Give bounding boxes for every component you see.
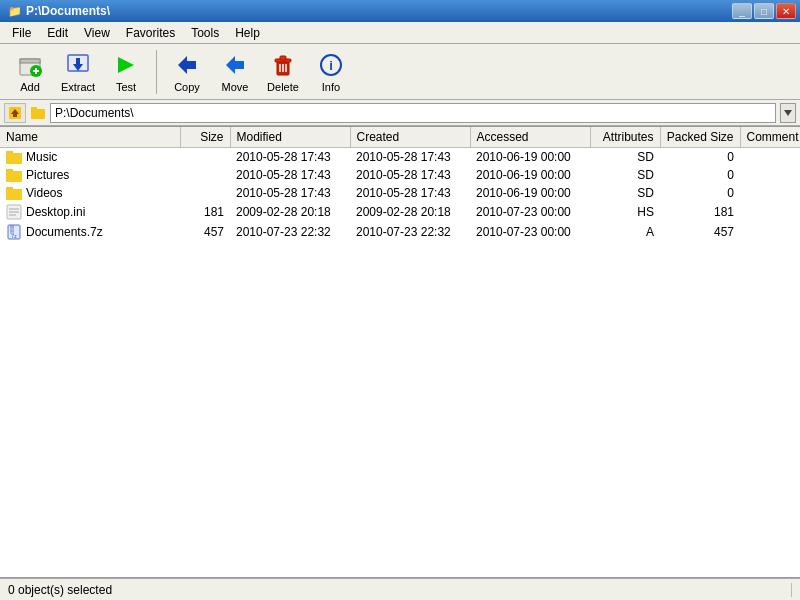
file-comment — [740, 202, 800, 222]
title-bar: 📁 P:\Documents\ _ □ ✕ — [0, 0, 800, 22]
menu-bar: File Edit View Favorites Tools Help — [0, 22, 800, 44]
add-icon — [16, 51, 44, 79]
col-header-name[interactable]: Name — [0, 127, 180, 148]
svg-rect-7 — [76, 58, 80, 68]
svg-rect-14 — [280, 56, 286, 60]
col-header-packed-size[interactable]: Packed Size — [660, 127, 740, 148]
svg-rect-22 — [31, 109, 45, 119]
maximize-button[interactable]: □ — [754, 3, 774, 19]
file-name: Documents.7z — [26, 225, 103, 239]
window-title: P:\Documents\ — [26, 4, 110, 18]
svg-marker-10 — [226, 56, 244, 74]
svg-rect-27 — [6, 153, 22, 164]
file-name: Pictures — [26, 168, 69, 182]
svg-marker-8 — [118, 57, 134, 73]
file-modified: 2010-05-28 17:43 — [230, 148, 350, 167]
extract-icon — [64, 51, 92, 79]
col-header-size[interactable]: Size — [180, 127, 230, 148]
svg-rect-41 — [10, 230, 14, 232]
file-size — [180, 184, 230, 202]
minimize-button[interactable]: _ — [732, 3, 752, 19]
address-input[interactable]: P:\Documents\ — [50, 103, 776, 123]
col-header-comment[interactable]: Comment — [740, 127, 800, 148]
address-dropdown[interactable] — [780, 103, 796, 123]
title-controls: _ □ ✕ — [732, 3, 796, 19]
toolbar: Add Extract Test Copy — [0, 44, 800, 100]
menu-favorites[interactable]: Favorites — [118, 22, 183, 43]
svg-rect-39 — [10, 225, 14, 228]
delete-label: Delete — [267, 81, 299, 93]
delete-button[interactable]: Delete — [261, 48, 305, 96]
file-created: 2009-02-28 20:18 — [350, 202, 470, 222]
menu-help[interactable]: Help — [227, 22, 268, 43]
extract-button[interactable]: Extract — [56, 48, 100, 96]
file-accessed: 2010-06-19 00:00 — [470, 166, 590, 184]
table-row[interactable]: Desktop.ini1812009-02-28 20:182009-02-28… — [0, 202, 800, 222]
move-button[interactable]: Move — [213, 48, 257, 96]
file-size: 457 — [180, 222, 230, 242]
add-label: Add — [20, 81, 40, 93]
test-icon — [112, 51, 140, 79]
file-attributes: SD — [590, 184, 660, 202]
file-attributes: SD — [590, 166, 660, 184]
table-row[interactable]: Pictures2010-05-28 17:432010-05-28 17:43… — [0, 166, 800, 184]
menu-view[interactable]: View — [76, 22, 118, 43]
menu-tools[interactable]: Tools — [183, 22, 227, 43]
status-text: 0 object(s) selected — [8, 583, 792, 597]
file-created: 2010-07-23 22:32 — [350, 222, 470, 242]
svg-text:i: i — [329, 58, 333, 73]
add-button[interactable]: Add — [8, 48, 52, 96]
main-content: Name Size Modified Created Accessed Attr… — [0, 126, 800, 578]
file-name-cell: Videos — [0, 184, 180, 202]
file-name: Music — [26, 150, 57, 164]
info-button[interactable]: i Info — [309, 48, 353, 96]
title-text: 📁 P:\Documents\ — [4, 4, 110, 18]
svg-marker-24 — [784, 110, 792, 116]
file-accessed: 2010-07-23 00:00 — [470, 222, 590, 242]
file-list: Music2010-05-28 17:432010-05-28 17:43201… — [0, 148, 800, 243]
file-accessed: 2010-06-19 00:00 — [470, 148, 590, 167]
svg-marker-9 — [178, 56, 196, 74]
menu-file[interactable]: File — [4, 22, 39, 43]
move-icon — [221, 51, 249, 79]
table-row[interactable]: Music2010-05-28 17:432010-05-28 17:43201… — [0, 148, 800, 167]
file-created: 2010-05-28 17:43 — [350, 148, 470, 167]
file-packed-size: 0 — [660, 148, 740, 167]
file-accessed: 2010-06-19 00:00 — [470, 184, 590, 202]
file-name: Videos — [26, 186, 62, 200]
file-name-cell: Music — [0, 148, 180, 167]
file-attributes: A — [590, 222, 660, 242]
copy-button[interactable]: Copy — [165, 48, 209, 96]
file-comment — [740, 222, 800, 242]
test-button[interactable]: Test — [104, 48, 148, 96]
svg-text:7z: 7z — [11, 233, 17, 239]
file-modified: 2010-05-28 17:43 — [230, 184, 350, 202]
move-label: Move — [222, 81, 249, 93]
file-accessed: 2010-07-23 00:00 — [470, 202, 590, 222]
file-size — [180, 166, 230, 184]
file-name-cell: Pictures — [0, 166, 180, 184]
col-header-accessed[interactable]: Accessed — [470, 127, 590, 148]
file-table: Name Size Modified Created Accessed Attr… — [0, 127, 800, 242]
table-row[interactable]: Videos2010-05-28 17:432010-05-28 17:4320… — [0, 184, 800, 202]
address-path-text: P:\Documents\ — [55, 106, 134, 120]
close-button[interactable]: ✕ — [776, 3, 796, 19]
svg-rect-1 — [20, 59, 40, 63]
file-name-cell: Desktop.ini — [0, 202, 180, 222]
col-header-modified[interactable]: Modified — [230, 127, 350, 148]
file-size — [180, 148, 230, 167]
up-button[interactable] — [4, 103, 26, 123]
table-row[interactable]: 7z Documents.7z4572010-07-23 22:322010-0… — [0, 222, 800, 242]
file-modified: 2010-05-28 17:43 — [230, 166, 350, 184]
file-created: 2010-05-28 17:43 — [350, 184, 470, 202]
col-header-created[interactable]: Created — [350, 127, 470, 148]
table-header: Name Size Modified Created Accessed Attr… — [0, 127, 800, 148]
svg-rect-30 — [6, 171, 22, 182]
file-list-area: Name Size Modified Created Accessed Attr… — [0, 127, 800, 577]
file-name: Desktop.ini — [26, 205, 85, 219]
file-packed-size: 0 — [660, 166, 740, 184]
delete-icon — [269, 51, 297, 79]
col-header-attributes[interactable]: Attributes — [590, 127, 660, 148]
file-name-cell: 7z Documents.7z — [0, 222, 180, 242]
menu-edit[interactable]: Edit — [39, 22, 76, 43]
